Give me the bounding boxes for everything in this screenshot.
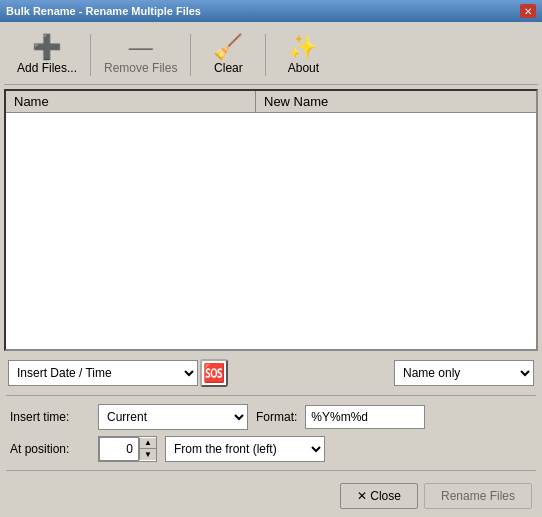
about-button[interactable]: ✨ About [268, 30, 338, 80]
action-row: ✕ Close Rename Files [6, 479, 536, 511]
remove-files-label: Remove Files [104, 61, 177, 75]
spinner-up-button[interactable]: ▲ [140, 438, 156, 449]
at-position-label: At position: [10, 442, 90, 456]
toolbar-separator-2 [190, 34, 191, 76]
clear-button[interactable]: 🧹 Clear [193, 30, 263, 80]
controls-row1: Insert Date / Time 🆘 Name only [6, 359, 536, 387]
controls-row3: At position: ▲ ▼ From the front (left) [6, 436, 536, 462]
insert-time-select[interactable]: Current [98, 404, 248, 430]
clear-label: Clear [214, 61, 243, 75]
position-spinner: ▲ ▼ [98, 436, 157, 462]
spinner-down-button[interactable]: ▼ [140, 449, 156, 460]
remove-files-icon: — [129, 35, 153, 59]
clear-icon: 🧹 [213, 35, 243, 59]
divider-2 [6, 470, 536, 471]
toolbar-separator-1 [90, 34, 91, 76]
add-files-button[interactable]: ➕ Add Files... [6, 30, 88, 80]
controls-row2: Insert time: Current Format: [6, 404, 536, 430]
toolbar-separator-3 [265, 34, 266, 76]
help-button[interactable]: 🆘 [200, 359, 228, 387]
col-name-header: Name [6, 91, 256, 112]
add-files-icon: ➕ [32, 35, 62, 59]
file-list-body [6, 113, 536, 263]
help-icon: 🆘 [203, 362, 225, 384]
toolbar: ➕ Add Files... — Remove Files 🧹 Clear ✨ … [4, 26, 538, 85]
insert-time-label: Insert time: [10, 410, 90, 424]
name-only-select[interactable]: Name only [394, 360, 534, 386]
col-new-name-header: New Name [256, 91, 536, 112]
about-label: About [288, 61, 319, 75]
close-window-button[interactable]: ✕ [520, 4, 536, 18]
bottom-controls: Insert Date / Time 🆘 Name only Insert ti… [4, 355, 538, 513]
remove-files-button[interactable]: — Remove Files [93, 30, 188, 80]
format-label: Format: [256, 410, 297, 424]
position-from-select[interactable]: From the front (left) [165, 436, 325, 462]
file-list-header: Name New Name [6, 91, 536, 113]
main-window: ➕ Add Files... — Remove Files 🧹 Clear ✨ … [0, 22, 542, 517]
spinner-buttons: ▲ ▼ [139, 438, 156, 460]
add-files-label: Add Files... [17, 61, 77, 75]
title-bar-text: Bulk Rename - Rename Multiple Files [6, 5, 201, 17]
divider-1 [6, 395, 536, 396]
close-button[interactable]: ✕ Close [340, 483, 418, 509]
title-bar: Bulk Rename - Rename Multiple Files ✕ [0, 0, 542, 22]
insert-date-select[interactable]: Insert Date / Time [8, 360, 198, 386]
insert-date-wrap: Insert Date / Time 🆘 [8, 359, 228, 387]
about-icon: ✨ [288, 35, 318, 59]
file-list-container: Name New Name [4, 89, 538, 351]
rename-files-button[interactable]: Rename Files [424, 483, 532, 509]
position-input[interactable] [99, 437, 139, 461]
format-input[interactable] [305, 405, 425, 429]
